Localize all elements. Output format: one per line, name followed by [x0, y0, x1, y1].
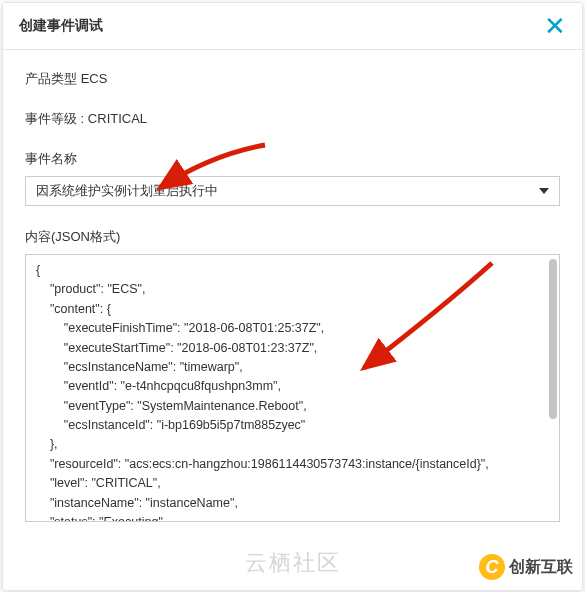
event-name-select[interactable]: 因系统维护实例计划重启执行中 [25, 176, 560, 206]
event-level-label: 事件等级 : [25, 111, 84, 126]
event-level-value: CRITICAL [88, 111, 147, 126]
chevron-down-icon [539, 188, 549, 194]
scrollbar-thumb[interactable] [549, 259, 557, 419]
logo-c-icon: C [479, 554, 505, 580]
watermark-logo-text: 创新互联 [509, 557, 573, 578]
modal-title: 创建事件调试 [19, 17, 103, 35]
product-type-label: 产品类型 [25, 71, 77, 86]
json-textarea[interactable]: { "product": "ECS", "content": { "execut… [25, 254, 560, 522]
event-name-selected: 因系统维护实例计划重启执行中 [36, 182, 218, 200]
json-content-group: 内容(JSON格式) { "product": "ECS", "content"… [25, 228, 560, 522]
event-name-label: 事件名称 [25, 150, 560, 168]
modal-header: 创建事件调试 ✕ [3, 3, 582, 50]
close-icon[interactable]: ✕ [544, 13, 566, 39]
json-content-label: 内容(JSON格式) [25, 228, 560, 246]
json-text: { "product": "ECS", "content": { "execut… [26, 255, 559, 521]
modal-body: 产品类型 ECS 事件等级 : CRITICAL 事件名称 因系统维护实例计划重… [3, 50, 582, 590]
product-type-value: ECS [81, 71, 108, 86]
event-name-group: 事件名称 因系统维护实例计划重启执行中 [25, 150, 560, 206]
product-type-field: 产品类型 ECS [25, 70, 560, 88]
create-event-debug-modal: 创建事件调试 ✕ 产品类型 ECS 事件等级 : CRITICAL 事件名称 因… [2, 2, 583, 591]
event-level-field: 事件等级 : CRITICAL [25, 110, 560, 128]
watermark-logo: C 创新互联 [479, 554, 573, 580]
